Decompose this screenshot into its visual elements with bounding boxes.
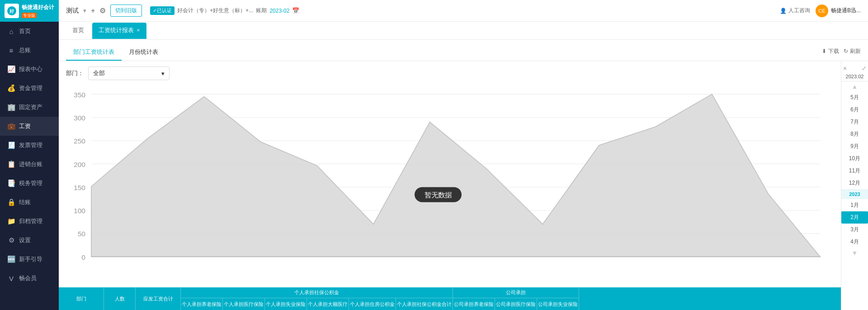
main-area: 测试 ▾ + ⚙ 切到旧版 ✓已认证 好会计（专）+好生意（标）+... 账期 … — [59, 0, 868, 310]
sidebar-item-tax[interactable]: 📑 税务管理 — [0, 174, 59, 193]
sidebar-item-assets[interactable]: 🏢 固定资产 — [0, 98, 59, 117]
month-10[interactable]: 10月 — [841, 153, 868, 165]
chevron-down-icon: ▾ — [161, 70, 165, 77]
app-logo: 好 畅捷通好会计 专业版 — [0, 0, 59, 22]
sidebar-item-label: 税务管理 — [19, 179, 42, 187]
switch-version-button[interactable]: 切到旧版 — [110, 5, 142, 17]
sidebar-item-label: 报表中心 — [19, 65, 42, 73]
assets-icon: 🏢 — [7, 103, 15, 111]
sidebar-item-ledger[interactable]: ≡ 总账 — [0, 41, 59, 60]
refresh-button[interactable]: ↻ 刷新 — [844, 48, 861, 55]
svg-text:好: 好 — [9, 9, 14, 14]
sidebar-item-funds[interactable]: 💰 资金管理 — [0, 79, 59, 98]
certified-badge: ✓已认证 — [150, 6, 175, 15]
month-1[interactable]: 1月 — [841, 199, 868, 211]
tab-salary-report[interactable]: 工资统计报表 × — [92, 23, 146, 39]
month-4[interactable]: 4月 — [841, 236, 868, 248]
subtab-month[interactable]: 月份统计表 — [122, 44, 165, 61]
stock-icon: 📋 — [7, 160, 15, 168]
filter-row: 部门： 全部 ▾ — [59, 61, 841, 86]
app-name: 畅捷通好会计 — [22, 4, 54, 11]
topbar-right: 👤 人工咨询 CE 畅捷通B迅... — [780, 5, 861, 17]
period-calendar-icon[interactable]: 📅 — [292, 7, 299, 14]
th-medical: 个人承担医疗保险 — [223, 298, 265, 310]
month-7[interactable]: 7月 — [841, 116, 868, 128]
ledger-icon: ≡ — [7, 47, 15, 54]
chart-container: 350 300 250 200 150 100 50 0 — [59, 86, 841, 287]
topbar-dropdown-arrow[interactable]: ▾ — [83, 7, 86, 14]
sidebar-item-label: 畅会员 — [19, 274, 37, 282]
th-housing-fund: 个人承担住房公积金 — [349, 298, 396, 310]
sidebar-item-label: 总账 — [19, 46, 31, 54]
download-button[interactable]: ⬇ 下载 — [822, 48, 839, 55]
svg-marker-18 — [91, 94, 820, 257]
th-group-personal: 个人承担社保公积金 个人承担养老保险 个人承担医疗保险 个人承担失业保险 — [181, 287, 453, 310]
topbar-status: ✓已认证 好会计（专）+好生意（标）+... 账期 2023-02 📅 — [150, 6, 299, 15]
month-3[interactable]: 3月 — [841, 224, 868, 236]
month-12[interactable]: 12月 — [841, 177, 868, 189]
main-content: 部门： 全部 ▾ 350 300 250 200 — [59, 61, 841, 310]
content-body: 部门： 全部 ▾ 350 300 250 200 — [59, 61, 868, 310]
tab-close-icon[interactable]: × — [137, 27, 140, 33]
svg-text:100: 100 — [74, 207, 85, 215]
th-dept: 部门 — [59, 287, 104, 310]
sidebar-item-close[interactable]: 🔒 结账 — [0, 193, 59, 212]
period-value: 2023-02 — [269, 8, 289, 14]
svg-text:250: 250 — [74, 137, 85, 145]
svg-text:200: 200 — [74, 161, 85, 168]
svg-text:150: 150 — [74, 184, 85, 191]
sidebar-item-archive[interactable]: 📁 归档管理 — [0, 212, 59, 231]
th-group-company: 公司承担 公司承担养老保险 公司承担医疗保险 公司承担失业保险 — [453, 287, 579, 310]
month-8[interactable]: 8月 — [841, 128, 868, 140]
salary-icon: 💼 — [7, 122, 15, 130]
invoice-icon: 🧾 — [7, 141, 15, 149]
month-11[interactable]: 11月 — [841, 165, 868, 177]
subtab-bar: 部门工资统计表 月份统计表 ⬇ 下载 ↻ 刷新 — [59, 40, 868, 61]
sidebar-item-vip[interactable]: V 畅会员 — [0, 269, 59, 288]
subtab-dept[interactable]: 部门工资统计表 — [66, 44, 122, 61]
sidebar-item-salary[interactable]: 💼 工资 — [0, 117, 59, 136]
logo-icon: 好 — [5, 4, 19, 18]
vip-icon: V — [7, 275, 15, 282]
panel-close-button[interactable]: × — [843, 65, 847, 72]
sidebar-item-home[interactable]: ⌂ 首页 — [0, 22, 59, 41]
sidebar-item-invoice[interactable]: 🧾 发票管理 — [0, 136, 59, 155]
tab-home[interactable]: 首页 — [66, 23, 90, 39]
chart-wrapper: 350 300 250 200 150 100 50 0 — [68, 86, 832, 283]
close-icon: 🔒 — [7, 198, 15, 206]
month-2-active[interactable]: 2月 — [841, 211, 868, 224]
status-text: 好会计（专）+好生意（标）+... — [177, 7, 253, 14]
month-6[interactable]: 6月 — [841, 104, 868, 116]
settings-icon: ⚙ — [7, 236, 15, 244]
sidebar-item-guide[interactable]: 🆕 新手引导 — [0, 250, 59, 269]
help-icon: 👤 — [780, 8, 787, 14]
funds-icon: 💰 — [7, 84, 15, 92]
avatar: CE — [816, 5, 828, 17]
chart-svg: 350 300 250 200 150 100 50 0 — [68, 86, 832, 283]
topbar-title: 测试 — [66, 7, 79, 15]
panel-expand-button[interactable]: ⤢ — [862, 65, 866, 72]
year-2023-header: 2023 — [841, 189, 868, 199]
th-pension: 个人承担养老保险 — [181, 298, 223, 310]
month-5[interactable]: 5月 — [841, 91, 868, 104]
sidebar-item-reports[interactable]: 📈 报表中心 — [0, 60, 59, 79]
period-label: 账期 — [256, 7, 267, 14]
month-9[interactable]: 9月 — [841, 140, 868, 153]
topbar-settings-btn[interactable]: ⚙ — [99, 6, 106, 15]
sidebar-item-label: 发票管理 — [19, 141, 42, 149]
panel-down-arrow[interactable]: ▼ — [852, 248, 858, 258]
archive-icon: 📁 — [7, 217, 15, 225]
topbar-add-btn[interactable]: + — [91, 7, 95, 15]
tax-icon: 📑 — [7, 179, 15, 187]
sidebar-item-settings[interactable]: ⚙ 设置 — [0, 231, 59, 250]
th-serious-illness: 个人承担大额医疗 — [307, 298, 349, 310]
sidebar-item-label: 归档管理 — [19, 217, 42, 225]
user-profile[interactable]: CE 畅捷通B迅... — [816, 5, 861, 17]
refresh-icon: ↻ — [844, 48, 848, 54]
help-button[interactable]: 👤 人工咨询 — [780, 7, 810, 14]
sidebar-item-stock[interactable]: 📋 进销台账 — [0, 155, 59, 174]
dept-select[interactable]: 全部 ▾ — [88, 67, 170, 80]
panel-up-arrow[interactable]: ▲ — [852, 81, 858, 91]
th-personal-total: 个人承担社保公积金合计 — [396, 298, 453, 310]
sidebar-item-label: 新手引导 — [19, 255, 42, 263]
